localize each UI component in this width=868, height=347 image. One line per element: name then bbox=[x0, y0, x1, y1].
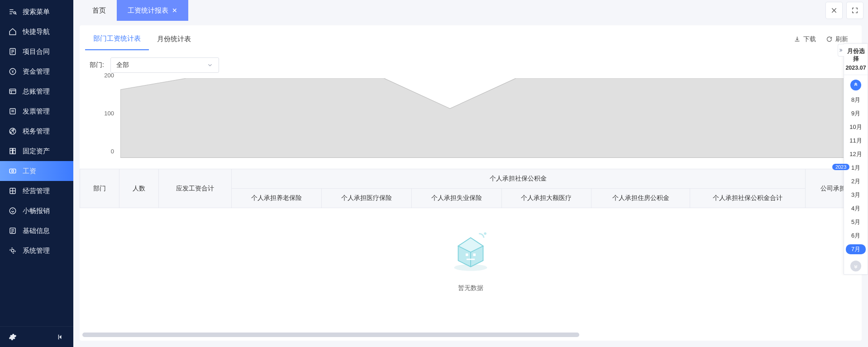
sidebar-footer bbox=[0, 326, 73, 347]
dept-filter-label: 部门: bbox=[90, 61, 104, 69]
refresh-label: 刷新 bbox=[835, 35, 848, 43]
gear-icon[interactable] bbox=[8, 333, 17, 342]
month-item[interactable]: 6月 bbox=[849, 231, 863, 241]
svg-rect-32 bbox=[58, 334, 59, 339]
tabs-actions bbox=[825, 0, 864, 21]
sidebar-item-label: 发票管理 bbox=[23, 107, 50, 116]
close-all-tabs-button[interactable] bbox=[825, 2, 843, 19]
download-icon bbox=[794, 36, 801, 43]
inner-tab-label: 月份统计表 bbox=[157, 35, 191, 43]
horizontal-scrollbar[interactable] bbox=[82, 333, 859, 337]
month-item[interactable]: 9月 bbox=[849, 109, 863, 119]
svg-point-26 bbox=[10, 208, 16, 214]
tab-label: 工资统计报表 bbox=[128, 6, 168, 15]
search-list-icon bbox=[8, 7, 17, 16]
col-header-sub: 个人承担养老保险 bbox=[231, 189, 321, 208]
svg-point-31 bbox=[11, 249, 14, 252]
tab-month-report[interactable]: 月份统计表 bbox=[149, 29, 199, 50]
month-item[interactable]: 5月 bbox=[849, 217, 863, 227]
sidebar-item-label: 总账管理 bbox=[23, 87, 50, 96]
month-list: 8月9月10月11月12月1月20232月3月4月5月6月7月 bbox=[844, 93, 868, 256]
month-item[interactable]: 7月 bbox=[846, 244, 866, 254]
sidebar-item-general-ledger[interactable]: 总账管理 bbox=[0, 81, 73, 101]
col-header-sub: 个人承担失业保险 bbox=[411, 189, 501, 208]
scrollbar-thumb[interactable] bbox=[82, 333, 579, 337]
sidebar-item-tax-mgmt[interactable]: 税务管理 bbox=[0, 121, 73, 141]
sidebar-item-system-mgmt[interactable]: 系统管理 bbox=[0, 241, 73, 261]
money-icon: ¥ bbox=[8, 67, 17, 76]
sidebar-item-label: 经营管理 bbox=[23, 187, 50, 195]
sidebar-item-fund-mgmt[interactable]: ¥ 资金管理 bbox=[0, 62, 73, 81]
inner-tabs: 部门工资统计表 月份统计表 下载 刷新 bbox=[80, 25, 862, 50]
chart-baseline bbox=[120, 157, 845, 158]
col-header-sub: 个人承担医疗保险 bbox=[321, 189, 411, 208]
sidebar-item-label: 税务管理 bbox=[23, 127, 50, 136]
tax-icon bbox=[8, 127, 17, 136]
svg-rect-40 bbox=[473, 253, 476, 256]
svg-rect-11 bbox=[10, 89, 16, 94]
col-header-gross: 应发工资合计 bbox=[158, 169, 231, 208]
sidebar-item-label: 搜索菜单 bbox=[23, 8, 50, 16]
month-item[interactable]: 8月 bbox=[849, 95, 863, 105]
reimburse-icon bbox=[8, 206, 17, 215]
month-scroll-up-button[interactable] bbox=[850, 80, 861, 90]
month-picker-title: 月份选择 bbox=[844, 44, 868, 65]
dept-select-value: 全部 bbox=[116, 61, 129, 69]
tab-home[interactable]: 首页 bbox=[81, 0, 117, 21]
svg-text:¥: ¥ bbox=[11, 70, 14, 74]
salary-icon bbox=[8, 166, 17, 176]
sidebar-item-project-contract[interactable]: 项目合同 bbox=[0, 42, 73, 62]
month-item[interactable]: 11月 bbox=[847, 136, 864, 146]
month-item[interactable]: 1月2023 bbox=[849, 163, 863, 173]
refresh-button[interactable]: 刷新 bbox=[826, 35, 848, 43]
system-icon bbox=[8, 246, 17, 255]
month-picker-panel: 月份选择 2023.07 8月9月10月11月12月1月20232月3月4月5月… bbox=[844, 43, 868, 275]
month-scroll-down-button[interactable] bbox=[850, 261, 861, 271]
empty-state: 暂无数据 bbox=[80, 208, 862, 313]
dept-select[interactable]: 全部 bbox=[110, 57, 219, 73]
inner-actions: 下载 刷新 bbox=[794, 35, 856, 43]
sidebar-item-fixed-assets[interactable]: 固定资产 bbox=[0, 141, 73, 161]
sidebar-item-business-mgmt[interactable]: 经营管理 bbox=[0, 181, 73, 201]
close-icon[interactable]: ✕ bbox=[172, 7, 177, 14]
tab-salary-report[interactable]: 工资统计报表 ✕ bbox=[117, 0, 188, 21]
month-item[interactable]: 2月 bbox=[849, 176, 863, 186]
page-tabs-bar: 首页 工资统计报表 ✕ bbox=[73, 0, 868, 21]
refresh-icon bbox=[826, 36, 833, 43]
salary-table: 部门 人数 应发工资合计 个人承担社保公积金 公司承担 个人承担养老保险 个人承… bbox=[80, 169, 862, 208]
svg-rect-21 bbox=[10, 169, 16, 173]
chart-plot bbox=[120, 78, 845, 158]
month-item[interactable]: 12月 bbox=[847, 149, 864, 159]
month-item[interactable]: 3月 bbox=[849, 190, 863, 200]
col-header-dept: 部门 bbox=[80, 169, 119, 208]
col-header-sub: 个人承担大额医疗 bbox=[501, 189, 591, 208]
business-icon bbox=[8, 186, 17, 195]
sidebar-item-label: 系统管理 bbox=[23, 247, 50, 255]
svg-point-3 bbox=[14, 12, 16, 14]
sidebar-item-basic-info[interactable]: 基础信息 bbox=[0, 221, 73, 241]
sidebar-item-label: 小畅报销 bbox=[23, 207, 50, 215]
chart-y-axis: 200 100 0 bbox=[90, 78, 117, 158]
salary-chart: 200 100 0 bbox=[90, 78, 852, 164]
download-button[interactable]: 下载 bbox=[794, 35, 816, 43]
tab-dept-salary-report[interactable]: 部门工资统计表 bbox=[85, 28, 149, 50]
sidebar-item-search-menu[interactable]: 搜索菜单 bbox=[0, 2, 73, 22]
report-card: 部门工资统计表 月份统计表 下载 刷新 bbox=[80, 25, 862, 341]
year-badge: 2023 bbox=[832, 164, 849, 170]
collapse-month-panel-button[interactable] bbox=[838, 44, 844, 57]
month-item[interactable]: 10月 bbox=[847, 122, 864, 132]
fullscreen-button[interactable] bbox=[846, 2, 863, 19]
home-icon bbox=[8, 27, 17, 36]
sidebar-item-label: 工资 bbox=[23, 167, 36, 176]
collapse-sidebar-icon[interactable] bbox=[56, 333, 65, 342]
sidebar-item-label: 固定资产 bbox=[23, 147, 50, 156]
sidebar-item-quick-nav[interactable]: 快捷导航 bbox=[0, 22, 73, 42]
inner-tab-label: 部门工资统计表 bbox=[93, 35, 141, 42]
sidebar-item-salary[interactable]: 工资 bbox=[0, 161, 73, 181]
svg-rect-19 bbox=[13, 148, 15, 154]
sidebar-item-label: 资金管理 bbox=[23, 67, 50, 76]
sidebar-item-label: 项目合同 bbox=[23, 48, 50, 56]
sidebar-item-invoice-mgmt[interactable]: 发票管理 bbox=[0, 101, 73, 121]
month-item[interactable]: 4月 bbox=[849, 204, 863, 214]
sidebar-item-reimburse[interactable]: 小畅报销 bbox=[0, 201, 73, 221]
